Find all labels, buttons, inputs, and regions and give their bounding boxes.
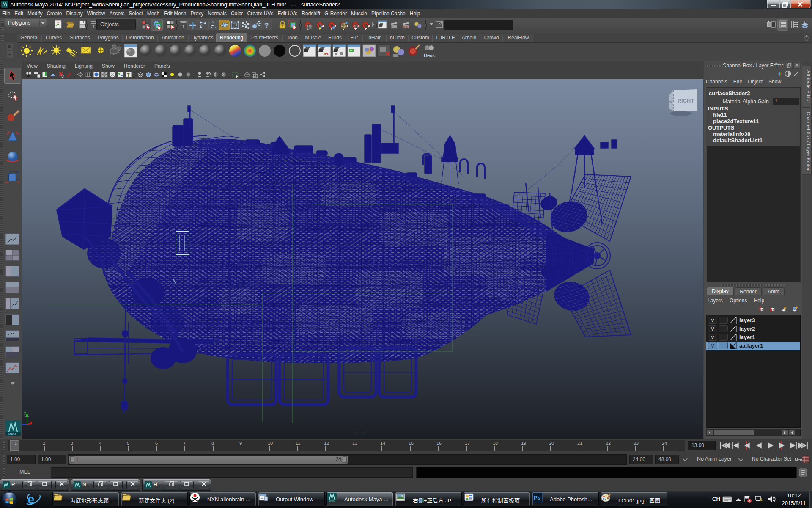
svg-text:Deos: Deos bbox=[424, 53, 435, 58]
svg-text:persp: persp bbox=[354, 430, 365, 435]
svg-text:MAYA: MAYA bbox=[8, 433, 16, 436]
svg-text:MAYA: MAYA bbox=[329, 500, 335, 502]
svg-text:y: y bbox=[24, 411, 26, 415]
svg-text:IPR: IPR bbox=[324, 52, 330, 56]
svg-text:w: w bbox=[669, 100, 672, 104]
svg-text:RIGHT: RIGHT bbox=[678, 98, 694, 104]
svg-text:Ps: Ps bbox=[534, 494, 540, 501]
svg-text:?: ? bbox=[264, 22, 269, 30]
svg-text:IPR: IPR bbox=[403, 25, 409, 28]
svg-text:T: T bbox=[127, 72, 130, 77]
